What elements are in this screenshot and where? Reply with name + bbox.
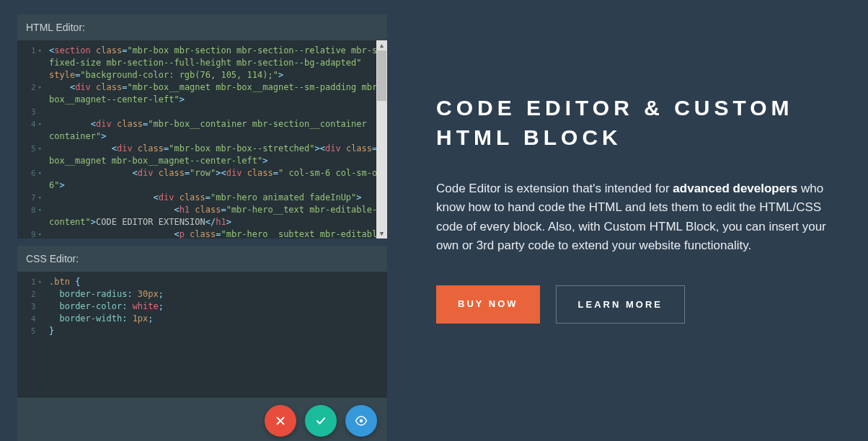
css-gutter: 1▾2 3 4 5 [17, 272, 46, 398]
svg-point-0 [360, 419, 363, 423]
css-code-area[interactable]: 1▾2 3 4 5 .btn { border-radius: 30px; bo… [17, 272, 387, 398]
html-code-area[interactable]: 1▾ 2▾ 3 4▾ 5▾ 6▾ 7▾8▾ 9▾ <section class=… [17, 40, 387, 239]
cancel-button[interactable] [265, 405, 296, 437]
eye-icon [355, 414, 368, 427]
learn-more-button[interactable]: LEARN MORE [556, 285, 685, 324]
scrollbar-thumb[interactable] [377, 50, 386, 101]
css-editor-block: CSS Editor: 1▾2 3 4 5 .btn { border-radi… [17, 246, 387, 441]
html-editor-block: HTML Editor: 1▾ 2▾ 3 4▾ 5▾ 6▾ 7▾8▾ 9▾ <s… [17, 14, 387, 239]
preview-button[interactable] [345, 405, 377, 437]
check-icon [314, 414, 327, 427]
desc-bold: advanced developers [673, 182, 797, 195]
content-panel: CODE EDITOR & CUSTOM HTML BLOCK Code Edi… [400, 0, 868, 441]
page-title: CODE EDITOR & CUSTOM HTML BLOCK [436, 94, 839, 152]
editor-panel: HTML Editor: 1▾ 2▾ 3 4▾ 5▾ 6▾ 7▾8▾ 9▾ <s… [0, 0, 400, 441]
editor-action-row [17, 398, 387, 441]
scroll-down-icon[interactable]: ▼ [376, 228, 387, 239]
scroll-up-icon[interactable]: ▲ [376, 40, 387, 50]
description: Code Editor is extension that's intended… [436, 179, 839, 255]
html-code-body[interactable]: <section class="mbr-box mbr-section mbr-… [46, 40, 376, 239]
close-icon [274, 414, 287, 427]
html-editor-label: HTML Editor: [17, 14, 387, 40]
desc-pre: Code Editor is extension that's intended… [436, 182, 673, 195]
html-scrollbar[interactable]: ▲ ▼ [376, 40, 387, 239]
css-editor-label: CSS Editor: [17, 246, 387, 272]
buy-now-button[interactable]: BUY NOW [436, 285, 540, 324]
cta-row: BUY NOW LEARN MORE [436, 285, 839, 324]
css-code-body[interactable]: .btn { border-radius: 30px; border-color… [46, 272, 387, 398]
html-gutter: 1▾ 2▾ 3 4▾ 5▾ 6▾ 7▾8▾ 9▾ [17, 40, 46, 239]
confirm-button[interactable] [305, 405, 337, 437]
